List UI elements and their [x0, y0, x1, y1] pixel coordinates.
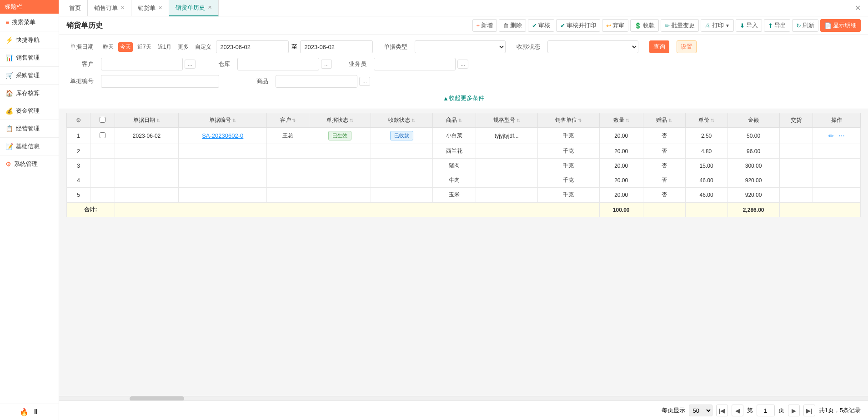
- sidebar-item-basic-info[interactable]: 📝 基础信息: [0, 138, 59, 155]
- close-all-tabs[interactable]: ✕: [851, 4, 864, 12]
- col-product[interactable]: 商品: [432, 113, 476, 128]
- row3-gift: 否: [643, 159, 685, 173]
- row3-checkbox[interactable]: [90, 159, 115, 173]
- next-page-btn[interactable]: ▶: [788, 405, 800, 416]
- print-button[interactable]: 🖨 打印 ▼: [701, 19, 734, 32]
- abandon-button[interactable]: ↩ 弃审: [602, 19, 628, 32]
- sidebar-item-ops-mgmt[interactable]: 📋 经营管理: [0, 120, 59, 138]
- customer-ellipsis[interactable]: ...: [185, 60, 196, 69]
- sidebar-item-label: 销售管理: [16, 54, 40, 62]
- col-qty[interactable]: 数量: [599, 113, 643, 128]
- sidebar-item-search-menu[interactable]: ≡ 搜索菜单: [0, 14, 59, 31]
- col-doc-no[interactable]: 单据编号: [179, 113, 267, 128]
- row4-payment-status: [371, 173, 432, 188]
- row5-checkbox[interactable]: [90, 188, 115, 203]
- row5-transaction: [779, 188, 813, 203]
- col-spec[interactable]: 规格型号: [476, 113, 537, 128]
- audit-print-button[interactable]: ✔ 审核并打印: [556, 19, 600, 32]
- customer-input[interactable]: [101, 58, 183, 70]
- select-all-checkbox[interactable]: [100, 117, 105, 123]
- tab-sales-order-close[interactable]: ✕: [120, 5, 125, 11]
- export-button[interactable]: ⬆ 导出: [764, 19, 790, 32]
- col-date[interactable]: 单据日期: [115, 113, 179, 128]
- shortcut-custom[interactable]: 自定义: [193, 42, 213, 52]
- summary-empty: [115, 202, 599, 217]
- row3-product: 猪肉: [432, 159, 476, 173]
- warehouse-ellipsis[interactable]: ...: [321, 60, 332, 69]
- customer-label: 客户: [66, 60, 94, 68]
- table-settings-icon[interactable]: ⚙: [76, 117, 81, 124]
- sidebar-item-sys-mgmt[interactable]: ⚙ 系统管理: [0, 155, 59, 173]
- shortcut-yesterday[interactable]: 昨天: [101, 42, 115, 52]
- col-customer[interactable]: 客户: [267, 113, 309, 128]
- tab-sales-delivery-close[interactable]: ✕: [158, 5, 162, 11]
- col-sales-unit[interactable]: 销售单位: [537, 113, 599, 128]
- export-icon: ⬆: [768, 22, 773, 29]
- shortcut-today[interactable]: 今天: [118, 42, 133, 52]
- first-page-btn[interactable]: |◀: [716, 405, 728, 416]
- delete-button[interactable]: 🗑 删除: [499, 19, 526, 32]
- tab-home[interactable]: 首页: [63, 0, 88, 16]
- collect-button[interactable]: 💲 收款: [630, 19, 659, 32]
- col-gift[interactable]: 赠品: [643, 113, 685, 128]
- sidebar-item-label: 资金管理: [16, 107, 40, 115]
- sidebar-item-quick-nav[interactable]: ⚡ 快捷导航: [0, 31, 59, 49]
- row1-doc-no-link[interactable]: SA-20230602-0: [202, 132, 243, 139]
- row1-edit-btn[interactable]: ✏: [828, 132, 834, 140]
- fire-icon[interactable]: 🔥: [20, 408, 29, 416]
- show-detail-button[interactable]: 📄 显示明细: [820, 19, 861, 32]
- batch-change-button[interactable]: ✏ 批量变更: [661, 19, 699, 32]
- audit-button[interactable]: ✔ 审核: [528, 19, 554, 32]
- row1-checkbox[interactable]: [90, 128, 115, 144]
- pause-icon[interactable]: ⏸: [32, 408, 40, 416]
- salesperson-input[interactable]: [374, 58, 456, 70]
- product-ellipsis[interactable]: ...: [359, 77, 370, 86]
- refresh-button[interactable]: ↻ 刷新: [792, 19, 818, 32]
- row1-select[interactable]: [100, 132, 105, 138]
- horizontal-scrollbar[interactable]: [59, 396, 868, 400]
- row4-checkbox[interactable]: [90, 173, 115, 188]
- shortcut-1month[interactable]: 近1月: [156, 42, 174, 52]
- doc-type-select[interactable]: [415, 40, 506, 53]
- settings-button[interactable]: 设置: [677, 40, 697, 53]
- col-payment-status[interactable]: 收款状态: [371, 113, 432, 128]
- sidebar-item-funds-mgmt[interactable]: 💰 资金管理: [0, 102, 59, 120]
- col-settings[interactable]: ⚙: [67, 113, 90, 128]
- doc-no-input[interactable]: [101, 75, 219, 88]
- page-number-input[interactable]: [757, 405, 775, 416]
- row2-no: 2: [67, 144, 90, 159]
- tab-sales-order[interactable]: 销售订单 ✕: [88, 0, 131, 16]
- warehouse-input[interactable]: [237, 58, 319, 70]
- query-button[interactable]: 查询: [649, 40, 669, 53]
- sys-mgmt-icon: ⚙: [5, 160, 11, 168]
- sidebar-item-sales-mgmt[interactable]: 📊 销售管理: [0, 49, 59, 67]
- shortcut-7days[interactable]: 近7天: [135, 42, 153, 52]
- last-page-btn[interactable]: ▶|: [803, 405, 815, 416]
- row5-doc-status: [309, 188, 371, 203]
- sidebar-item-inventory[interactable]: 🏠 库存核算: [0, 85, 59, 102]
- payment-status-select[interactable]: [547, 40, 638, 53]
- salesperson-ellipsis[interactable]: ...: [457, 60, 468, 69]
- row1-doc-no[interactable]: SA-20230602-0: [179, 128, 267, 144]
- tab-sales-history[interactable]: 销货单历史 ✕: [169, 0, 219, 16]
- col-unit-price[interactable]: 单价: [685, 113, 728, 128]
- row1-more-btn[interactable]: ⋯: [838, 132, 845, 140]
- row5-date: [115, 188, 179, 203]
- new-button[interactable]: + 新增: [472, 19, 497, 32]
- tab-sales-history-close[interactable]: ✕: [208, 5, 212, 10]
- collapse-filter-btn[interactable]: ▲ 收起更多条件: [66, 92, 861, 104]
- product-input[interactable]: [276, 75, 357, 88]
- import-button[interactable]: ⬇ 导入: [736, 19, 762, 32]
- toolbar: 销货单历史 + 新增 🗑 删除 ✔ 审核 ✔ 审核并打印 ↩ 弃审 💲 收款 ✏…: [59, 16, 868, 35]
- row2-date: [115, 144, 179, 159]
- tab-sales-delivery[interactable]: 销货单 ✕: [131, 0, 169, 16]
- page-size-select[interactable]: 50 100 200: [689, 405, 712, 416]
- row2-checkbox[interactable]: [90, 144, 115, 159]
- shortcut-more[interactable]: 更多: [176, 42, 191, 52]
- date-to-input[interactable]: [300, 40, 373, 53]
- date-from-input[interactable]: [216, 40, 289, 53]
- prev-page-btn[interactable]: ◀: [732, 405, 743, 416]
- sidebar-item-purchase-mgmt[interactable]: 🛒 采购管理: [0, 67, 59, 85]
- summary-gift-empty: [643, 202, 685, 217]
- col-doc-status[interactable]: 单据状态: [309, 113, 371, 128]
